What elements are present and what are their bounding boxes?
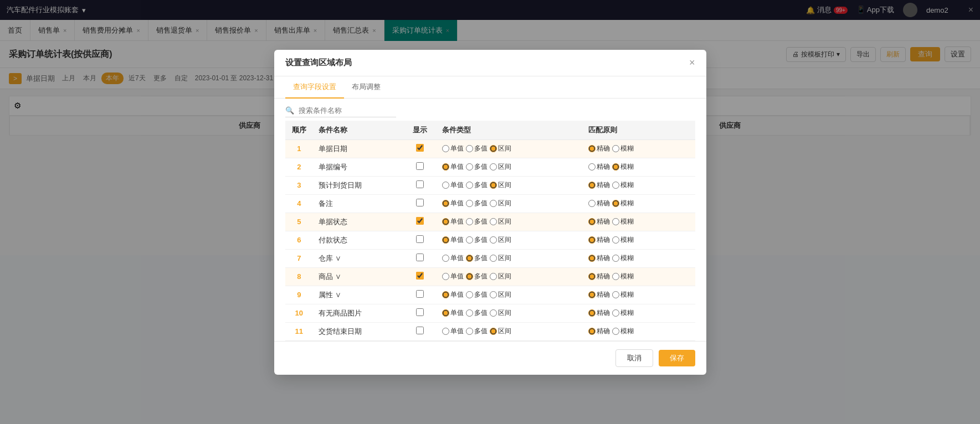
- match-radio-option[interactable]: 模糊: [612, 235, 634, 245]
- cell-name: 备注: [313, 194, 403, 213]
- cell-name: 仓库 ∨: [313, 249, 403, 255]
- cell-name: 单据编号: [313, 158, 403, 176]
- table-row: 4备注单值多值区间精确模糊: [285, 194, 695, 213]
- search-input[interactable]: [285, 104, 396, 117]
- dialog-close-button[interactable]: ×: [689, 58, 695, 68]
- type-radio-option[interactable]: 单值: [442, 162, 464, 172]
- dialog-tabs: 查询字段设置 布局调整: [274, 76, 706, 99]
- dialog-search-area: 🔍: [274, 99, 706, 121]
- match-radio-option[interactable]: 精确: [588, 162, 610, 172]
- cell-display: [403, 139, 437, 158]
- display-checkbox[interactable]: [416, 235, 424, 243]
- cell-match: 精确模糊: [583, 249, 695, 255]
- type-radio-option[interactable]: 区间: [490, 144, 511, 153]
- col-name: 条件名称: [313, 121, 403, 140]
- match-radio-option[interactable]: 模糊: [612, 199, 634, 208]
- type-radio-option[interactable]: 区间: [490, 199, 511, 208]
- match-radio-option[interactable]: 精确: [588, 235, 610, 245]
- type-radio-option[interactable]: 区间: [490, 254, 511, 255]
- col-type: 条件类型: [437, 121, 583, 140]
- match-radio-option[interactable]: 精确: [588, 144, 610, 153]
- match-radio-option[interactable]: 精确: [588, 180, 610, 190]
- cell-name: 单据状态: [313, 213, 403, 231]
- match-radio-option[interactable]: 精确: [588, 254, 610, 255]
- cell-type: 单值多值区间: [437, 249, 583, 255]
- conditions-table: 顺序 条件名称 显示 条件类型 匹配原则 1单据日期单值多值区间精确模糊2单据编…: [285, 121, 695, 256]
- match-radio-option[interactable]: 精确: [588, 217, 610, 226]
- cell-display: [403, 249, 437, 255]
- match-radio-option[interactable]: 模糊: [612, 217, 634, 226]
- type-radio-option[interactable]: 单值: [442, 199, 464, 208]
- type-radio-option[interactable]: 区间: [490, 217, 511, 226]
- cell-match: 精确模糊: [583, 158, 695, 176]
- table-row: 6付款状态单值多值区间精确模糊: [285, 231, 695, 249]
- dialog-header: 设置查询区域布局 ×: [274, 50, 706, 76]
- display-checkbox[interactable]: [416, 199, 424, 206]
- type-radio-option[interactable]: 多值: [466, 217, 488, 226]
- cell-order: 4: [285, 194, 314, 213]
- display-checkbox[interactable]: [416, 162, 424, 170]
- table-row: 7仓库 ∨单值多值区间精确模糊: [285, 249, 695, 255]
- type-radio-option[interactable]: 单值: [442, 254, 464, 255]
- tab-query-fields[interactable]: 查询字段设置: [285, 76, 344, 99]
- display-checkbox[interactable]: [416, 217, 424, 225]
- match-radio-option[interactable]: 模糊: [612, 144, 634, 153]
- cell-name: 单据日期: [313, 139, 403, 158]
- settings-dialog: 设置查询区域布局 × 查询字段设置 布局调整 🔍 顺序: [274, 50, 706, 256]
- cell-display: [403, 213, 437, 231]
- type-radio-option[interactable]: 多值: [466, 162, 488, 172]
- type-radio-option[interactable]: 区间: [490, 235, 511, 245]
- cell-match: 精确模糊: [583, 231, 695, 249]
- match-radio-option[interactable]: 模糊: [612, 254, 634, 255]
- type-radio-option[interactable]: 多值: [466, 144, 488, 153]
- cell-display: [403, 176, 437, 194]
- cell-type: 单值多值区间: [437, 194, 583, 213]
- type-radio-option[interactable]: 区间: [490, 180, 511, 190]
- type-radio-option[interactable]: 单值: [442, 180, 464, 190]
- cell-order: 1: [285, 139, 314, 158]
- table-row: 5单据状态单值多值区间精确模糊: [285, 213, 695, 231]
- display-checkbox[interactable]: [416, 254, 424, 255]
- col-match: 匹配原则: [583, 121, 695, 140]
- col-order: 顺序: [285, 121, 314, 140]
- cell-display: [403, 194, 437, 213]
- cell-display: [403, 231, 437, 249]
- type-radio-option[interactable]: 多值: [466, 235, 488, 245]
- type-radio-option[interactable]: 多值: [466, 180, 488, 190]
- cell-type: 单值多值区间: [437, 213, 583, 231]
- type-radio-option[interactable]: 单值: [442, 217, 464, 226]
- modal-overlay: 设置查询区域布局 × 查询字段设置 布局调整 🔍 顺序: [0, 0, 980, 255]
- cell-order: 6: [285, 231, 314, 249]
- dialog-table-wrap: 顺序 条件名称 显示 条件类型 匹配原则 1单据日期单值多值区间精确模糊2单据编…: [274, 121, 706, 256]
- search-icon: 🔍: [285, 106, 294, 115]
- dialog-title: 设置查询区域布局: [285, 58, 352, 68]
- col-display: 显示: [403, 121, 437, 140]
- match-radio-option[interactable]: 模糊: [612, 162, 634, 172]
- cell-name: 预计到货日期: [313, 176, 403, 194]
- cell-type: 单值多值区间: [437, 158, 583, 176]
- cell-order: 7: [285, 249, 314, 255]
- table-header-row: 顺序 条件名称 显示 条件类型 匹配原则: [285, 121, 695, 140]
- cell-match: 精确模糊: [583, 213, 695, 231]
- match-radio-option[interactable]: 模糊: [612, 180, 634, 190]
- type-radio-option[interactable]: 单值: [442, 235, 464, 245]
- match-radio-option[interactable]: 精确: [588, 199, 610, 208]
- cell-name: 付款状态: [313, 231, 403, 249]
- table-row: 2单据编号单值多值区间精确模糊: [285, 158, 695, 176]
- search-icon-wrap: 🔍: [285, 104, 396, 117]
- type-radio-option[interactable]: 多值: [466, 254, 488, 255]
- cell-order: 5: [285, 213, 314, 231]
- type-radio-option[interactable]: 多值: [466, 199, 488, 208]
- cell-order: 2: [285, 158, 314, 176]
- table-row: 3预计到货日期单值多值区间精确模糊: [285, 176, 695, 194]
- type-radio-option[interactable]: 区间: [490, 162, 511, 172]
- cell-match: 精确模糊: [583, 176, 695, 194]
- cell-display: [403, 158, 437, 176]
- tab-layout-adjust[interactable]: 布局调整: [344, 76, 388, 99]
- type-radio-option[interactable]: 单值: [442, 144, 464, 153]
- table-row: 1单据日期单值多值区间精确模糊: [285, 139, 695, 158]
- cell-match: 精确模糊: [583, 194, 695, 213]
- cell-type: 单值多值区间: [437, 231, 583, 249]
- display-checkbox[interactable]: [416, 144, 424, 152]
- display-checkbox[interactable]: [416, 180, 424, 188]
